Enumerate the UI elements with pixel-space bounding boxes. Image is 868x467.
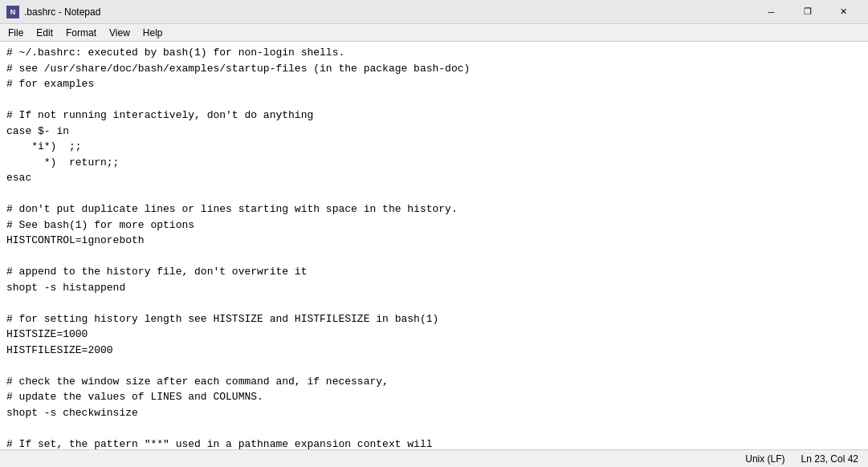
menu-edit[interactable]: Edit bbox=[30, 26, 59, 40]
menu-file[interactable]: File bbox=[2, 26, 30, 40]
menu-help[interactable]: Help bbox=[137, 26, 169, 40]
minimize-button[interactable]: ─ bbox=[753, 0, 789, 24]
status-bar: Unix (LF) Ln 23, Col 42 bbox=[0, 449, 868, 467]
editor-area[interactable] bbox=[0, 42, 868, 449]
editor-content[interactable] bbox=[0, 42, 868, 449]
app-icon: N bbox=[6, 6, 19, 18]
position-status: Ln 23, Col 42 bbox=[801, 453, 858, 465]
encoding-status: Unix (LF) bbox=[745, 453, 784, 465]
window-title: .bashrc - Notepad bbox=[24, 6, 100, 18]
menu-format[interactable]: Format bbox=[59, 26, 103, 40]
close-button[interactable]: ✕ bbox=[825, 0, 862, 24]
title-bar: N .bashrc - Notepad ─ ❐ ✕ bbox=[0, 0, 868, 24]
menu-bar: File Edit Format View Help bbox=[0, 24, 868, 42]
menu-view[interactable]: View bbox=[103, 26, 137, 40]
restore-button[interactable]: ❐ bbox=[789, 0, 825, 24]
